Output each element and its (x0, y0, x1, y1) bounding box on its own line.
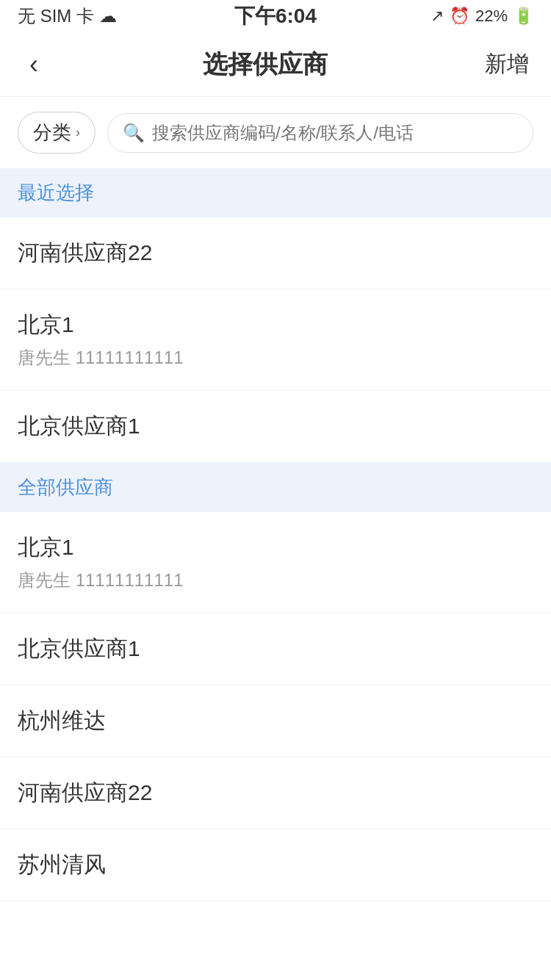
status-right: ↗ ⏰ 22% 🔋 (431, 7, 533, 26)
list-item[interactable]: 河南供应商22 (0, 217, 551, 289)
back-button[interactable]: ‹ (22, 42, 46, 87)
list-item[interactable]: 河南供应商22 (0, 757, 551, 829)
location-icon: ↗ (431, 7, 444, 26)
search-box: 🔍 (107, 113, 533, 153)
chevron-right-icon: › (76, 125, 80, 140)
recent-list: 河南供应商22北京1唐先生 11111111111北京供应商1 (0, 217, 551, 463)
item-name: 河南供应商22 (18, 778, 533, 808)
all-list: 北京1唐先生 11111111111北京供应商1杭州维达河南供应商22苏州清风 (0, 512, 551, 901)
item-name: 北京供应商1 (18, 634, 533, 664)
list-item[interactable]: 杭州维达 (0, 685, 551, 757)
status-bar: 无 SIM 卡 ☁ 下午6:04 ↗ ⏰ 22% 🔋 (0, 0, 551, 32)
battery-icon: 🔋 (514, 7, 533, 26)
list-item[interactable]: 北京1唐先生 11111111111 (0, 289, 551, 391)
category-label: 分类 (33, 120, 71, 145)
item-sub: 唐先生 11111111111 (18, 569, 533, 592)
item-name: 北京1 (18, 310, 533, 340)
item-name: 杭州维达 (18, 706, 533, 736)
list-item[interactable]: 北京供应商1 (0, 613, 551, 685)
status-left: 无 SIM 卡 ☁ (18, 4, 117, 28)
all-section-header: 全部供应商 (0, 463, 551, 512)
add-button[interactable]: 新增 (485, 49, 529, 79)
alarm-icon: ⏰ (450, 7, 469, 26)
item-sub: 唐先生 11111111111 (18, 346, 533, 370)
category-button[interactable]: 分类 › (18, 112, 96, 154)
item-name: 北京1 (18, 533, 533, 563)
page-title: 选择供应商 (203, 48, 328, 82)
filter-row: 分类 › 🔍 (0, 97, 551, 168)
recent-section-header: 最近选择 (0, 168, 551, 217)
nav-bar: ‹ 选择供应商 新增 (0, 32, 551, 97)
item-name: 北京供应商1 (18, 411, 533, 442)
list-item[interactable]: 北京供应商1 (0, 391, 551, 463)
status-time: 下午6:04 (234, 2, 317, 30)
list-item[interactable]: 苏州清风 (0, 829, 551, 901)
item-name: 河南供应商22 (18, 238, 533, 268)
search-input[interactable] (152, 123, 518, 143)
item-name: 苏州清风 (18, 850, 533, 880)
list-item[interactable]: 北京1唐先生 11111111111 (0, 512, 551, 613)
search-icon: 🔍 (123, 123, 145, 143)
battery-level: 22% (475, 7, 508, 26)
sim-status: 无 SIM 卡 ☁ (18, 4, 117, 28)
